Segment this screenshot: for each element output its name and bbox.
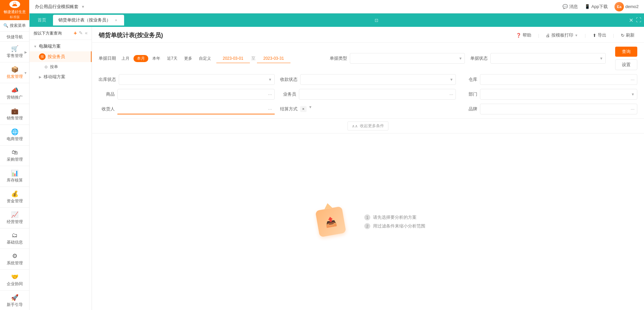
message-btn[interactable]: 💬 消息 [562, 4, 578, 10]
desktop-tree-arrow: ▼ [34, 45, 37, 48]
system-icon: ⚙ [12, 252, 17, 260]
filter-doc-type: 单据类型 ▼ [330, 53, 465, 64]
maximize-icon[interactable]: ⛶ [636, 17, 641, 23]
brand-input[interactable] [480, 104, 637, 114]
help-icon: ❓ [516, 33, 521, 38]
empty-hint-2: 2 用过滤条件来缩小分析范围 [364, 223, 425, 229]
close-tab-icon[interactable]: ✕ [629, 17, 633, 23]
doc-status-control: ▼ [490, 53, 606, 64]
sidebar-item-ecom[interactable]: 🌐 电商管理 [0, 125, 29, 146]
header-left: 办公用品行业模拟账套 ▼ [35, 4, 85, 10]
sidebar-item-sales[interactable]: 💼 销售管理 [0, 104, 29, 125]
inventory-icon: 📊 [11, 169, 18, 177]
panel-header-actions: + ✎ « [74, 30, 88, 36]
sidebar-item-wholesale[interactable]: 📦 批发管理 ▼ [0, 62, 29, 83]
app-logo: 畅捷通好生意 标准版 [0, 0, 30, 20]
export-btn[interactable]: ⬆ 导出 [590, 31, 609, 40]
date-tab-custom[interactable]: 自定义 [196, 55, 214, 62]
filter-warehouse: 仓库 ··· [461, 74, 637, 85]
sidebar-item-marketing[interactable]: 📣 营销推广 [0, 83, 29, 104]
divider2: | [585, 33, 586, 38]
page-title: 销货单统计表(按业务员) [99, 31, 163, 39]
filter-row-1: 单据日期 上月 本月 本年 近7天 更多 自定义 [99, 47, 637, 70]
settings-button[interactable]: 设置 [615, 59, 637, 70]
sidebar-item-retail[interactable]: 🛒 零售管理 ▶ [0, 42, 29, 62]
tree-section: ▼ 电脑端方案 按 按业务员 ⚙ 按单 ▶ 移动端方案 [30, 40, 92, 83]
warehouse-label: 仓库 [461, 76, 477, 83]
collapse-icon: ∧∧ [352, 124, 358, 128]
date-tab-more[interactable]: 更多 [181, 55, 195, 62]
doc-type-select[interactable] [350, 53, 465, 64]
filter-salesman: 业务员 ··· [280, 89, 456, 100]
doc-status-select[interactable] [490, 53, 606, 64]
tree-desktop-parent[interactable]: ▼ 电脑端方案 [30, 41, 92, 51]
empty-area: 📤 1 请先选择要分析的方案 2 用过滤条件来缩小分析范围 [92, 134, 644, 310]
main-area: 办公用品行业模拟账套 ▼ 💬 消息 📱 App下载 Ea demo2 首页 [30, 0, 644, 310]
empty-illustration: 📤 [311, 202, 351, 242]
tree-child-salesman[interactable]: 按 按业务员 [30, 51, 92, 62]
tab-expand-btn[interactable]: ⊡ [372, 16, 381, 24]
date-tab-lastmonth[interactable]: 上月 [119, 55, 132, 62]
receiver-input[interactable] [117, 104, 275, 114]
empty-box: 📤 [315, 206, 346, 238]
export-icon: ⬆ [593, 33, 596, 38]
sidebar-item-purchase[interactable]: 🛍 采购管理 [0, 146, 29, 166]
search-menu[interactable]: 🔍 搜索菜单 [0, 20, 29, 32]
sidebar-item-coop[interactable]: 🤝 企业协同 [0, 270, 29, 291]
refresh-btn[interactable]: ↻ 刷新 [618, 31, 637, 40]
recv-status-select[interactable] [300, 74, 456, 85]
sidebar-item-newbie[interactable]: 🚀 新手引导 [0, 291, 29, 310]
collapse-conditions-btn[interactable]: ∧∧ 收起更多条件 [347, 121, 388, 131]
app-name: 畅捷通好生意 [4, 9, 26, 14]
tab-sales-stat[interactable]: 销货单统计表（按业务员） × [53, 15, 124, 25]
dept-select[interactable] [480, 89, 637, 100]
brand-label: 品牌 [461, 106, 477, 112]
collapse-bar: ∧∧ 收起更多条件 [92, 119, 644, 134]
user-area[interactable]: Ea demo2 [614, 2, 639, 11]
print-dropdown-icon[interactable]: ▼ [575, 34, 578, 37]
page-title-bar: 销货单统计表(按业务员) ❓ 帮助 | 🖨 按模板打印 ▼ | ⬆ [92, 27, 644, 43]
tab-close-btn[interactable]: × [113, 17, 119, 23]
filter-row-2: 出库状态 ▼ 收款状态 ▼ 仓库 [99, 74, 637, 85]
app-download-btn[interactable]: 📱 App下载 [585, 4, 608, 10]
date-tab-thismonth[interactable]: 本月 [133, 55, 148, 62]
company-dropdown-icon[interactable]: ▼ [81, 5, 85, 9]
date-start-input[interactable] [216, 54, 250, 63]
mobile-tree-arrow: ▶ [39, 75, 42, 79]
tab-home[interactable]: 首页 [32, 15, 52, 25]
warehouse-input[interactable] [480, 74, 637, 85]
out-status-select[interactable] [119, 74, 275, 85]
date-input-wrap: 至 [216, 54, 290, 63]
edit-scheme-btn[interactable]: ✎ [79, 30, 83, 36]
filter-brand: 品牌 ··· [461, 104, 637, 114]
ops-icon: 📈 [11, 211, 18, 218]
date-tab-7days[interactable]: 近7天 [164, 55, 180, 62]
tab-bar: 首页 销货单统计表（按业务员） × ⊡ ✕ ⛶ [30, 13, 644, 27]
quick-nav[interactable]: 快捷导航 [0, 32, 29, 42]
tree-sub-child-order[interactable]: ⚙ 按单 [30, 62, 92, 72]
add-scheme-btn[interactable]: + [74, 30, 77, 36]
salesman-input[interactable] [299, 89, 456, 100]
sidebar-item-ops[interactable]: 📈 经营管理 [0, 208, 29, 228]
print-btn[interactable]: 🖨 按模板打印 ▼ [543, 31, 581, 40]
page-actions: ❓ 帮助 | 🖨 按模板打印 ▼ | ⬆ 导出 | [513, 31, 637, 40]
sidebar-item-finance[interactable]: 💰 资金管理 [0, 187, 29, 208]
sidebar-item-inventory[interactable]: 📊 库存核算 [0, 166, 29, 187]
print-icon: 🖨 [546, 33, 550, 38]
hint-num-1: 1 [364, 214, 370, 220]
query-button[interactable]: 查询 [615, 47, 637, 57]
expand-icon: ⊡ [375, 18, 378, 23]
goods-input[interactable] [117, 89, 275, 100]
settlement-tag-close[interactable]: × [302, 107, 305, 111]
collapse-panel-btn[interactable]: « [85, 30, 88, 36]
sidebar-item-system[interactable]: ⚙ 系统管理 [0, 249, 29, 270]
settlement-arrow[interactable]: ▼ [309, 105, 312, 109]
date-end-input[interactable] [257, 54, 290, 63]
hint-text-1: 请先选择要分析的方案 [373, 214, 417, 220]
sidebar-item-basic[interactable]: 🗂 基础信息 [0, 228, 29, 249]
tree-mobile-parent[interactable]: ▶ 移动端方案 [30, 72, 92, 82]
help-btn[interactable]: ❓ 帮助 [513, 31, 534, 40]
recv-status-label: 收款状态 [280, 76, 298, 83]
left-panel: 按以下方案查询 + ✎ « ▼ 电脑端方案 按 按业务员 [30, 27, 92, 310]
date-tab-thisyear[interactable]: 本年 [150, 55, 163, 62]
